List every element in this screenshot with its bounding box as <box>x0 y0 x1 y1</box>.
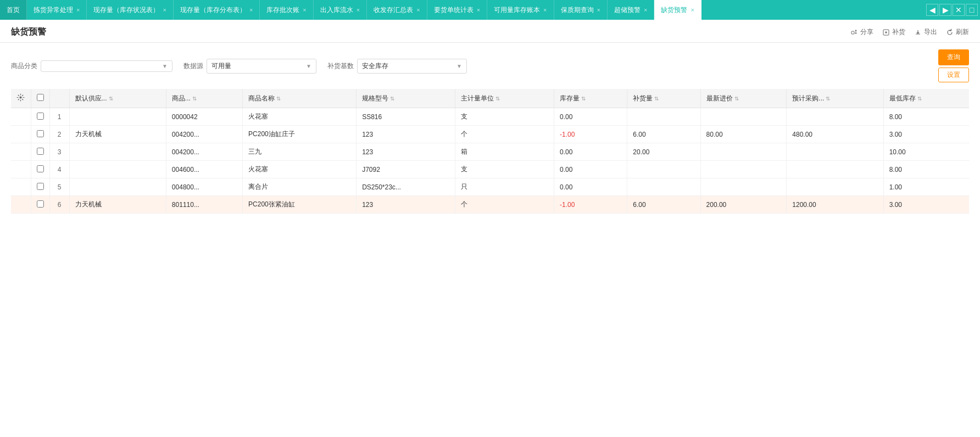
tab-shortage[interactable]: 缺货预警 × <box>654 0 701 20</box>
col-checkbox[interactable] <box>31 89 49 108</box>
sort-price-icon: ⇅ <box>734 96 739 102</box>
row-checkbox-cell[interactable] <box>31 108 49 126</box>
table-row: 5 004800... 离合片 DS250*23c... 只 0.00 1.00 <box>11 178 969 196</box>
category-select[interactable]: ▼ <box>41 60 172 72</box>
page-title: 缺货预警 <box>11 26 46 38</box>
tab-order-stats[interactable]: 要货单统计表 × <box>427 0 487 20</box>
row-checkbox-cell[interactable] <box>31 161 49 178</box>
tab-expiry-query[interactable]: 保质期查询 × <box>554 0 608 20</box>
tab-prev-button[interactable]: ◀ <box>926 4 938 16</box>
row-checkbox-cell[interactable] <box>31 126 49 143</box>
row-unit: 支 <box>455 161 554 178</box>
tab-available-account[interactable]: 可用量库存账本 × <box>487 0 554 20</box>
select-all-checkbox[interactable] <box>37 94 44 101</box>
row-spec: 123 <box>357 126 455 143</box>
share-button[interactable]: 分享 <box>850 27 873 37</box>
col-product-code[interactable]: 商品...⇅ <box>166 89 242 108</box>
replenish-base-value: 安全库存 <box>362 61 388 71</box>
sort-replenish-icon: ⇅ <box>654 96 659 102</box>
row-unit: 个 <box>455 126 554 143</box>
query-button[interactable]: 查询 <box>938 49 969 65</box>
row-spec: SS816 <box>357 108 455 126</box>
row-checkbox-1[interactable] <box>37 130 44 137</box>
row-checkbox-4[interactable] <box>37 183 44 190</box>
share-icon <box>850 29 858 36</box>
row-product-name: PC200张紧油缸 <box>243 196 357 214</box>
col-min-stock[interactable]: 最低库存⇅ <box>883 89 969 108</box>
tab-maximize-button[interactable]: □ <box>966 4 978 16</box>
tab-close-receive-summary[interactable]: × <box>416 7 420 13</box>
tab-close-expiry-query[interactable]: × <box>597 7 600 13</box>
refresh-icon <box>946 29 954 36</box>
col-est-purchase[interactable]: 预计采购...⇅ <box>787 89 883 108</box>
tab-inout-flow[interactable]: 出入库流水 × <box>314 0 367 20</box>
tab-next-button[interactable]: ▶ <box>939 4 951 16</box>
row-stock: 0.00 <box>554 143 627 161</box>
tab-close-shortage[interactable]: × <box>691 7 694 13</box>
row-est-purchase <box>787 143 883 161</box>
export-button[interactable]: 导出 <box>914 27 937 37</box>
col-unit[interactable]: 主计量单位⇅ <box>455 89 554 108</box>
row-checkbox-5[interactable] <box>37 200 44 208</box>
settings-button[interactable]: 设置 <box>938 68 969 82</box>
col-latest-price[interactable]: 最新进价⇅ <box>700 89 787 108</box>
replenish-button[interactable]: 补货 <box>882 27 905 37</box>
row-checkbox-3[interactable] <box>37 165 44 172</box>
tab-abnormal[interactable]: 拣货异常处理 × <box>27 0 87 20</box>
row-checkbox-cell[interactable] <box>31 143 49 161</box>
row-settings-cell <box>11 178 31 196</box>
row-checkbox-cell[interactable] <box>31 178 49 196</box>
tab-close-available-account[interactable]: × <box>543 7 547 13</box>
tab-close-inventory-status[interactable]: × <box>163 7 166 13</box>
row-supplier: 力天机械 <box>69 196 166 214</box>
replenish-icon <box>882 29 890 36</box>
refresh-button[interactable]: 刷新 <box>946 27 969 37</box>
tab-inventory-status[interactable]: 现存量（库存状况表） × <box>87 0 173 20</box>
tab-inventory-dist[interactable]: 现存量（库存分布表） × <box>174 0 260 20</box>
col-spec[interactable]: 规格型号⇅ <box>357 89 455 108</box>
tab-close-window-button[interactable]: ✕ <box>953 4 965 16</box>
tab-batch-account[interactable]: 库存批次账 × <box>260 0 313 20</box>
replenish-base-filter-group: 补货基数 安全库存 ▼ <box>327 59 467 74</box>
row-product-code: 004200... <box>166 143 242 161</box>
row-checkbox-2[interactable] <box>37 148 44 155</box>
table-row: 2 力天机械 004200... PC200油缸庄子 123 个 -1.00 6… <box>11 126 969 143</box>
row-spec: J7092 <box>357 161 455 178</box>
row-min-stock: 3.00 <box>883 196 969 214</box>
table-settings-icon <box>16 93 25 102</box>
col-supplier[interactable]: 默认供应...⇅ <box>69 89 166 108</box>
col-replenish[interactable]: 补货量⇅ <box>627 89 700 108</box>
row-seq: 2 <box>49 126 69 143</box>
row-seq: 3 <box>49 143 69 161</box>
tab-close-inventory-dist[interactable]: × <box>249 7 253 13</box>
row-product-code: 0000042 <box>166 108 242 126</box>
tab-close-inout-flow[interactable]: × <box>357 7 360 13</box>
row-latest-price: 200.00 <box>700 196 787 214</box>
tab-close-batch-account[interactable]: × <box>303 7 306 13</box>
datasource-label: 数据源 <box>183 61 203 71</box>
row-est-purchase <box>787 178 883 196</box>
tab-close-overstock[interactable]: × <box>644 7 647 13</box>
tab-overstock[interactable]: 超储预警 × <box>608 0 654 20</box>
tab-receive-summary[interactable]: 收发存汇总表 × <box>367 0 427 20</box>
row-replenish <box>627 178 700 196</box>
replenish-base-select[interactable]: 安全库存 ▼ <box>357 59 467 74</box>
sort-stock-icon: ⇅ <box>581 96 586 102</box>
row-checkbox-0[interactable] <box>37 113 44 120</box>
tab-close-order-stats[interactable]: × <box>477 7 480 13</box>
col-product-name[interactable]: 商品名称⇅ <box>243 89 357 108</box>
row-product-name: 离合片 <box>243 178 357 196</box>
row-checkbox-cell[interactable] <box>31 196 49 214</box>
row-latest-price <box>700 143 787 161</box>
datasource-select[interactable]: 可用量 ▼ <box>207 59 316 74</box>
row-settings-cell <box>11 196 31 214</box>
row-seq: 1 <box>49 108 69 126</box>
tab-close-abnormal[interactable]: × <box>76 7 80 13</box>
row-unit: 箱 <box>455 143 554 161</box>
row-latest-price: 80.00 <box>700 126 787 143</box>
tab-home[interactable]: 首页 <box>0 0 27 20</box>
col-stock[interactable]: 库存量⇅ <box>554 89 627 108</box>
row-seq: 4 <box>49 161 69 178</box>
export-icon <box>914 29 922 36</box>
col-settings[interactable] <box>11 89 31 108</box>
